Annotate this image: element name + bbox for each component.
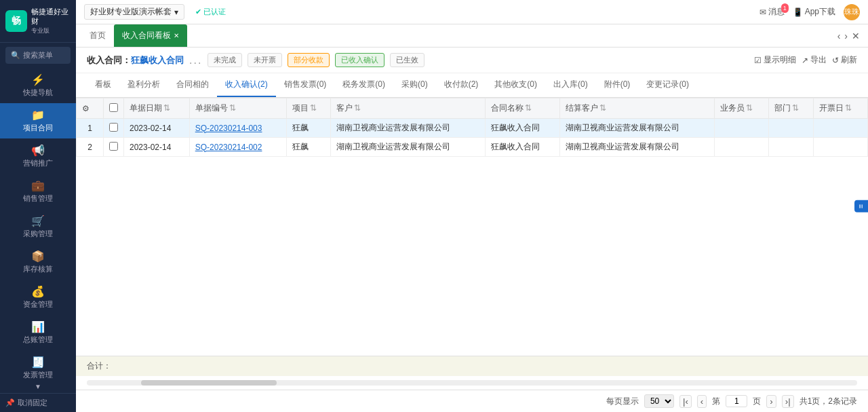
- next-tab-icon[interactable]: ›: [844, 31, 848, 41]
- table-row: 1 2023-02-14 SQ-20230214-003 狂飙 湖南卫视商业运营…: [77, 119, 868, 138]
- row-select-2[interactable]: [109, 142, 118, 151]
- row-orderno-1: SQ-20230214-003: [189, 119, 286, 138]
- column-settlement: 结算客户⇅: [559, 98, 714, 119]
- status-confirmed[interactable]: 已收入确认: [335, 53, 384, 67]
- scrollbar-track: [87, 380, 857, 386]
- sort-icon-customer[interactable]: ⇅: [354, 103, 361, 113]
- tab-attachment[interactable]: 附件(0): [596, 73, 639, 97]
- tab-purchase[interactable]: 采购(0): [393, 73, 436, 97]
- sidebar-item-invoice[interactable]: 🧾 发票管理: [0, 350, 76, 380]
- sidebar-item-funds[interactable]: 💰 资金管理: [0, 280, 76, 315]
- sidebar-search-area: 🔍 搜索菜单: [0, 43, 76, 68]
- export-button[interactable]: ↗ 导出: [802, 54, 827, 66]
- tab-profit[interactable]: 盈利分析: [119, 73, 168, 97]
- row-date-1: 2023-02-14: [124, 119, 190, 138]
- row-salesperson-1: [715, 119, 769, 138]
- order-link-1[interactable]: SQ-20230214-003: [195, 124, 262, 133]
- sort-icon-department[interactable]: ⇅: [792, 103, 799, 113]
- sidebar-item-quick-nav[interactable]: ⚡ 快捷导航: [0, 68, 76, 103]
- message-button[interactable]: ✉ 1 消息: [760, 6, 785, 18]
- app-download-button[interactable]: 📱 App下载: [793, 6, 835, 18]
- prev-page-button[interactable]: ‹: [697, 395, 707, 408]
- sort-icon-invoicedate[interactable]: ⇅: [845, 103, 852, 113]
- sidebar-item-inventory[interactable]: 📦 库存核算: [0, 244, 76, 280]
- status-uninvoiced[interactable]: 未开票: [248, 53, 282, 67]
- app-name: 畅捷通好业财: [31, 7, 71, 26]
- company-selector[interactable]: 好业财专业版演示帐套 ▾: [84, 4, 184, 20]
- app-sub: 专业版: [31, 26, 71, 35]
- first-page-button[interactable]: |‹: [679, 395, 692, 408]
- tab-other-income[interactable]: 其他收支(0): [486, 73, 545, 97]
- certification-status: ✔ 已认证: [195, 7, 226, 17]
- active-tab[interactable]: 收入合同看板 ✕: [114, 24, 187, 47]
- status-effective[interactable]: 已生效: [390, 53, 425, 67]
- sort-icon-project[interactable]: ⇅: [310, 103, 317, 113]
- column-gear: ⚙: [77, 98, 104, 119]
- row-select-1[interactable]: [109, 123, 118, 132]
- table-row: 2 2023-02-14 SQ-20230214-002 狂飙 湖南卫视商业运营…: [77, 138, 868, 157]
- scroll-down-btn[interactable]: ▼: [0, 380, 76, 393]
- side-action-button[interactable]: ≡: [854, 200, 868, 212]
- quick-nav-icon: ⚡: [31, 73, 45, 86]
- tab-tax-invoice[interactable]: 税务发票(0): [334, 73, 393, 97]
- row-department-2: [769, 138, 813, 157]
- sort-icon-date[interactable]: ⇅: [163, 103, 170, 113]
- nav-tabs: 看板 盈利分析 合同相的 收入确认(2) 销售发票(0) 税务发票(0) 采购(…: [76, 73, 868, 98]
- column-department: 部门⇅: [769, 98, 813, 119]
- status-unfinished[interactable]: 未完成: [208, 53, 242, 67]
- sort-icon-orderno[interactable]: ⇅: [229, 103, 236, 113]
- pagination-bar: 每页显示 50 |‹ ‹ 第 页 › ›| 共1页，2条记录: [76, 390, 868, 412]
- user-avatar[interactable]: 珠珠: [844, 4, 860, 20]
- tab-contract-related[interactable]: 合同相的: [168, 73, 217, 97]
- row-contract-1: 狂飙收入合同: [486, 119, 560, 138]
- horizontal-scrollbar[interactable]: [76, 376, 868, 390]
- sort-icon-contract[interactable]: ⇅: [525, 103, 532, 113]
- column-project: 项目⇅: [286, 98, 330, 119]
- sort-icon-salesperson[interactable]: ⇅: [746, 103, 753, 113]
- row-customer-2: 湖南卫视商业运营发展有限公司: [330, 138, 485, 157]
- close-tab-icon[interactable]: ✕: [174, 32, 179, 39]
- sidebar-item-purchase[interactable]: 🛒 采购管理: [0, 209, 76, 244]
- status-partial-payment[interactable]: 部分收款: [288, 53, 330, 67]
- order-link-2[interactable]: SQ-20230214-002: [195, 143, 262, 152]
- refresh-button[interactable]: ↺ 刷新: [832, 54, 857, 66]
- tab-warehouse[interactable]: 出入库(0): [545, 73, 596, 97]
- row-seq: 1: [77, 119, 104, 138]
- home-tab[interactable]: 首页: [84, 24, 111, 47]
- scrollbar-thumb[interactable]: [141, 380, 277, 386]
- tab-kanban[interactable]: 看板: [87, 73, 119, 97]
- company-name: 好业财专业版演示帐套: [90, 6, 172, 18]
- row-settlement-1: 湖南卫视商业运营发展有限公司: [559, 119, 714, 138]
- next-page-button[interactable]: ›: [766, 395, 776, 408]
- tab-changes[interactable]: 变更记录(0): [638, 73, 697, 97]
- sales-icon: 💼: [31, 179, 45, 192]
- search-menu-button[interactable]: 🔍 搜索菜单: [5, 47, 71, 64]
- tab-bar: 首页 收入合同看板 ✕ ‹ › ✕: [76, 24, 868, 48]
- last-page-button[interactable]: ›|: [782, 395, 794, 408]
- check-circle-icon: ✔: [195, 7, 201, 16]
- show-detail-button[interactable]: ☑ 显示明细: [754, 54, 796, 66]
- tab-sales-invoice[interactable]: 销售发票(0): [276, 73, 335, 97]
- sort-icon-settlement[interactable]: ⇅: [599, 103, 606, 113]
- pin-button[interactable]: 📌 取消固定: [0, 394, 76, 412]
- purchase-icon: 🛒: [31, 214, 45, 227]
- column-order-no: 单据编号⇅: [189, 98, 286, 119]
- total-info: 共1页，2条记录: [800, 396, 857, 407]
- column-contract: 合同名称⇅: [486, 98, 560, 119]
- sidebar-nav: 📁 项目合同 📢 营销推广 💼 销售管理 🛒 采购管理 📦 库存核算 💰 资金管…: [0, 103, 76, 380]
- data-table: ⚙ 单据日期⇅ 单据编号⇅ 项目⇅ 客户⇅ 合同名称⇅ 结算客户⇅ 业务员⇅ 部…: [76, 98, 868, 157]
- tab-revenue-confirm[interactable]: 收入确认(2): [217, 73, 276, 97]
- sidebar-item-marketing[interactable]: 📢 营销推广: [0, 138, 76, 174]
- per-page-select[interactable]: 50: [644, 394, 674, 408]
- tab-payment[interactable]: 收付款(2): [436, 73, 487, 97]
- prev-tab-icon[interactable]: ‹: [837, 31, 841, 41]
- page-input[interactable]: [726, 395, 747, 407]
- sidebar-item-project[interactable]: 📁 项目合同: [0, 103, 76, 138]
- close-all-tabs-icon[interactable]: ✕: [852, 31, 860, 41]
- more-options-button[interactable]: ...: [189, 54, 202, 67]
- sidebar-item-ledger[interactable]: 📊 总账管理: [0, 315, 76, 350]
- sidebar-item-sales[interactable]: 💼 销售管理: [0, 174, 76, 209]
- select-all-checkbox[interactable]: [109, 103, 118, 112]
- row-invoicedate-2: [813, 138, 867, 157]
- refresh-icon: ↺: [832, 56, 839, 65]
